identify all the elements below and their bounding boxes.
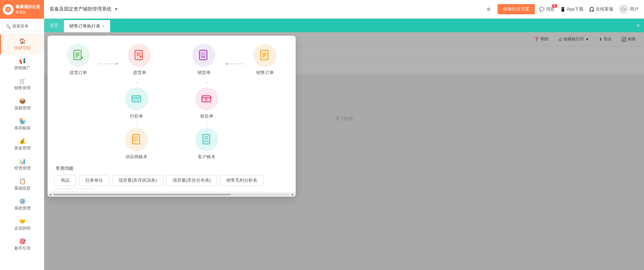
message-badge: 5 — [552, 4, 557, 8]
sidebar-item-base-info[interactable]: 📋 基础信息 — [0, 175, 44, 195]
guide-icon: 🎯 — [19, 238, 26, 245]
svg-rect-39 — [132, 134, 133, 144]
svg-point-28 — [133, 99, 135, 101]
online-service-label: 在线客服 — [596, 6, 613, 12]
flow-circle-customer-ledger — [195, 128, 218, 151]
flow-circle-sales-order — [254, 44, 277, 67]
flow-circle-sales-bill — [192, 44, 215, 67]
message-icon: 💬 — [539, 7, 544, 12]
sidebar-item-sales[interactable]: 🛒 销售管理 — [0, 74, 44, 94]
common-btn-sales-profit[interactable]: 销售毛利分析表 — [220, 175, 264, 186]
sidebar-item-purchase[interactable]: 📦 采购管理 — [0, 94, 44, 114]
quick-nav-popup: 进货订单 — [48, 36, 296, 197]
svg-marker-7 — [81, 56, 83, 59]
try-industry-button[interactable]: 体验行业方案 — [498, 4, 535, 14]
flow-row-1: 进货订单 — [58, 44, 285, 76]
scroll-left-arrow[interactable]: ◀ — [49, 193, 52, 196]
user-name-label: 用户 — [630, 6, 639, 12]
sidebar-item-label: 采购管理 — [14, 105, 31, 111]
online-service-button[interactable]: 🎧 在线客服 — [589, 6, 613, 12]
sidebar-item-collab[interactable]: 🤝 企业协同 — [0, 215, 44, 235]
common-btn-inventory-status[interactable]: 现存量(库存状况表) — [112, 175, 163, 186]
common-btn-partner[interactable]: 往来单位 — [79, 175, 109, 186]
sidebar-nav: 🏠 快捷导航 📢 营销推广 🛒 销售管理 📦 采购管理 🏪 库存核算 💰 — [0, 34, 44, 270]
inventory-icon: 🏪 — [19, 118, 26, 124]
sidebar-item-operations[interactable]: 📊 经营管理 — [0, 155, 44, 175]
app-download-label: App下载 — [567, 6, 584, 12]
arrow-down-payment: ↓ — [135, 119, 138, 125]
svg-rect-16 — [201, 52, 206, 56]
flow-item-customer-ledger[interactable]: ↓ 客户账本 — [186, 119, 227, 160]
search-label: 搜索菜单 — [12, 23, 29, 29]
sidebar-item-label: 企业协同 — [14, 226, 31, 231]
flow-label-payment: 付款单 — [130, 113, 143, 119]
system-dropdown[interactable]: ▼ — [114, 7, 118, 12]
avatar: Ea — [619, 4, 628, 14]
app-download-button[interactable]: 📱 App下载 — [560, 6, 584, 12]
flow-circle-purchase-bill — [128, 44, 151, 67]
svg-text:¥: ¥ — [205, 97, 208, 102]
flow-circle-purchase-order — [67, 44, 90, 67]
scrollbar-track[interactable] — [53, 194, 290, 196]
common-btn-goods[interactable]: 商品 — [54, 175, 76, 186]
flow-item-purchase-bill[interactable]: 进货单 — [119, 44, 160, 76]
sidebar-item-finance[interactable]: 💰 资金管理 — [0, 134, 44, 155]
tab-sales-order-label: 销售订单执行表 — [69, 23, 100, 29]
tabs-bar: 首页 销售订单执行表 × × — [44, 19, 644, 32]
topbar-actions: 💬 消息 5 📱 App下载 🎧 在线客服 Ea 用户 — [539, 4, 639, 14]
flow-label-purchase-order: 进货订单 — [69, 70, 87, 76]
close-all-tabs-button[interactable]: × — [636, 19, 640, 32]
sidebar-item-home[interactable]: 🏠 快捷导航 — [0, 34, 44, 54]
sidebar-item-label: 库存核算 — [14, 125, 31, 131]
svg-marker-9 — [116, 62, 119, 65]
flow-item-receipt[interactable]: ↓ ¥ 收款单 — [186, 78, 227, 119]
collab-icon: 🤝 — [19, 218, 26, 224]
popup-overlay: 进货订单 — [44, 32, 644, 270]
sidebar-search: 🔍 搜索菜单 — [0, 19, 44, 34]
flow-item-sales-bill[interactable]: 销货单 — [184, 44, 224, 76]
flow-item-payment[interactable]: ↓ ¥ 付款单 — [116, 78, 157, 119]
flow-arrow-2 — [224, 61, 245, 66]
search-menu-button[interactable]: 🔍 搜索菜单 — [3, 21, 41, 31]
flow-arrow-1 — [99, 61, 119, 66]
tab-home[interactable]: 首页 — [44, 19, 64, 32]
common-functions-title: 常用功能 — [54, 165, 289, 172]
tab-sales-order[interactable]: 销售订单执行表 × — [64, 20, 110, 32]
flow-circle-supplier-ledger — [125, 128, 148, 151]
sidebar-item-label: 快捷导航 — [14, 45, 31, 51]
svg-marker-18 — [224, 62, 228, 65]
settings-button[interactable]: ⚙ — [484, 4, 493, 14]
sidebar-item-guide[interactable]: 🎯 新手引导 — [0, 235, 44, 255]
message-button[interactable]: 💬 消息 5 — [539, 6, 555, 12]
operations-icon: 📊 — [19, 158, 26, 164]
home-icon: 🏠 — [19, 38, 26, 44]
sidebar-item-label: 资金管理 — [14, 145, 31, 151]
sidebar-item-inventory[interactable]: 🏪 库存核算 — [0, 114, 44, 134]
sidebar-item-label: 销售管理 — [14, 85, 31, 91]
flow-label-customer-ledger: 客户账本 — [198, 154, 215, 160]
tab-close-icon[interactable]: × — [102, 24, 105, 29]
flow-item-supplier-ledger[interactable]: ↓ 供应商账本 — [116, 119, 157, 160]
user-menu-button[interactable]: Ea 用户 — [619, 4, 639, 14]
flow-row-3: ↓ 供应商账本 ↓ — [58, 119, 285, 160]
flow-row-2: ↓ ¥ 付款单 ↓ — [58, 78, 285, 119]
flow-label-sales-bill: 销货单 — [197, 70, 211, 76]
common-btn-goods-profit[interactable]: 商品毛利分析 — [54, 188, 94, 192]
flow-circle-receipt: ¥ — [195, 87, 218, 110]
purchase-icon: 📦 — [19, 98, 26, 104]
content-area: ❓ 帮助 🖨 按模板打印 ▼ ⬆ 导出 🔄 刷新 — [44, 32, 644, 270]
scroll-right-arrow[interactable]: ▶ — [292, 193, 294, 196]
flow-item-purchase-order[interactable]: 进货订单 — [58, 44, 99, 76]
logo-icon: 好 — [3, 4, 14, 15]
sidebar-item-system[interactable]: ⚙️ 系统管理 — [0, 195, 44, 215]
flow-item-sales-order[interactable]: 销售订单 — [245, 44, 285, 76]
sidebar-item-marketing[interactable]: 📢 营销推广 — [0, 54, 44, 74]
svg-text:¥: ¥ — [136, 98, 139, 101]
common-btn-inventory-dist[interactable]: 现存量(库存分布表) — [166, 175, 217, 186]
sidebar-item-label: 新手引导 — [14, 246, 31, 251]
arrow-down-purchase: ↓ — [135, 78, 138, 85]
arrow-down-receipt: ↓ — [205, 119, 208, 125]
flow-label-supplier-ledger: 供应商账本 — [125, 154, 147, 160]
sidebar-item-label: 营销推广 — [14, 65, 31, 71]
finance-icon: 💰 — [19, 138, 26, 144]
